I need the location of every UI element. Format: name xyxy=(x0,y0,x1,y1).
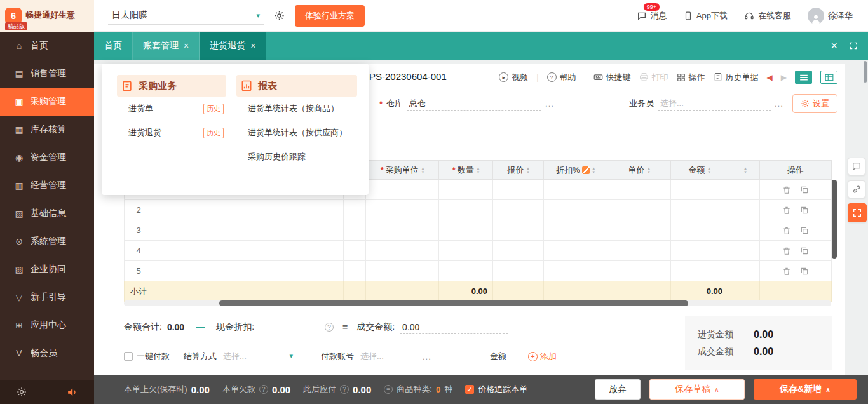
cell[interactable] xyxy=(439,220,493,241)
copy-row-icon[interactable] xyxy=(800,185,809,194)
shortcut-keys-button[interactable]: 快捷键 xyxy=(593,72,631,83)
messages-button[interactable]: 99+ 消息 xyxy=(637,10,667,22)
scrollbar-thumb[interactable] xyxy=(219,300,688,306)
sidebar-item-member[interactable]: V畅会员 xyxy=(0,339,94,367)
cell[interactable] xyxy=(493,241,544,261)
sidebar-item-base-info[interactable]: ▧基础信息 xyxy=(0,199,94,227)
link-button[interactable] xyxy=(848,180,865,198)
print-button[interactable]: 打印 xyxy=(639,72,668,83)
copy-row-icon[interactable] xyxy=(800,267,809,276)
cell[interactable] xyxy=(607,180,671,200)
cell[interactable] xyxy=(671,220,728,241)
account-settings-gear-icon[interactable] xyxy=(274,10,285,21)
cell[interactable] xyxy=(315,200,344,220)
cell[interactable] xyxy=(671,241,728,261)
price-track-toggle[interactable]: ✓ 价格追踪本单 xyxy=(465,384,527,395)
sidebar-item-app-center[interactable]: ⊞应用中心 xyxy=(0,311,94,339)
cell[interactable] xyxy=(544,261,607,281)
cell[interactable] xyxy=(315,241,344,261)
cell[interactable] xyxy=(344,261,366,281)
cell[interactable] xyxy=(607,220,671,241)
help-icon[interactable]: ? xyxy=(259,385,268,394)
cell[interactable] xyxy=(153,261,207,281)
video-help-button[interactable]: ▸视频 xyxy=(499,72,528,83)
table-view-toggle[interactable] xyxy=(820,71,837,84)
cell[interactable] xyxy=(493,180,544,200)
copy-row-icon[interactable] xyxy=(800,226,809,235)
cell[interactable] xyxy=(493,261,544,281)
cell[interactable] xyxy=(493,200,544,220)
cell[interactable] xyxy=(544,200,607,220)
cell[interactable] xyxy=(207,200,261,220)
online-service-button[interactable]: 在线客服 xyxy=(744,10,791,22)
tab-purchase-return[interactable]: 进货退货× xyxy=(200,32,266,60)
copy-row-icon[interactable] xyxy=(800,206,809,215)
help-icon[interactable]: ? xyxy=(340,385,349,394)
sort-icon[interactable]: ▴▾ xyxy=(477,166,480,174)
next-document-icon[interactable]: ▶ xyxy=(781,73,787,82)
col-header-unit-price[interactable]: 单价▴▾ xyxy=(607,161,671,180)
cash-discount-input[interactable] xyxy=(259,321,320,333)
payment-account-select[interactable]: 选择... xyxy=(358,349,419,363)
cell[interactable] xyxy=(366,261,439,281)
save-and-new-button[interactable]: 保存&新增∧ xyxy=(754,379,857,400)
sidebar-settings-gear-icon[interactable] xyxy=(17,387,27,397)
cell[interactable] xyxy=(439,180,493,200)
sort-icon[interactable]: ▴▾ xyxy=(422,166,424,174)
close-tab-icon[interactable]: × xyxy=(250,41,255,51)
fullscreen-icon[interactable] xyxy=(849,41,858,50)
cell[interactable] xyxy=(366,220,439,241)
delete-row-icon[interactable] xyxy=(782,246,791,255)
cell[interactable] xyxy=(261,200,315,220)
cell[interactable] xyxy=(607,241,671,261)
cell[interactable] xyxy=(207,241,261,261)
cell[interactable] xyxy=(153,241,207,261)
help-icon[interactable]: ? xyxy=(325,323,334,332)
col-header-discount[interactable]: 折扣%▴▾ xyxy=(544,161,607,180)
feedback-comment-button[interactable] xyxy=(848,158,865,175)
sidebar-item-inventory[interactable]: ▦库存核算 xyxy=(0,116,94,144)
cell[interactable] xyxy=(261,261,315,281)
announcement-speaker-icon[interactable] xyxy=(67,387,78,398)
settlement-method-select[interactable]: 选择...▾ xyxy=(220,349,295,363)
cell[interactable] xyxy=(544,180,607,200)
history-badge[interactable]: 历史 xyxy=(203,104,224,114)
cell[interactable] xyxy=(607,200,671,220)
history-documents-button[interactable]: 历史单据 xyxy=(714,72,759,83)
menu-item-price-history-track[interactable]: 采购历史价跟踪 xyxy=(236,145,357,169)
cell[interactable] xyxy=(207,261,261,281)
sort-icon[interactable]: ▴▾ xyxy=(708,166,710,174)
cell[interactable] xyxy=(366,241,439,261)
sidebar-item-sales[interactable]: ▤销售管理 xyxy=(0,60,94,88)
cell[interactable] xyxy=(671,180,728,200)
close-all-tabs-icon[interactable]: × xyxy=(831,39,837,53)
user-menu[interactable]: 徐泽华 xyxy=(808,8,853,24)
account-select[interactable]: 日太阳膜 ▾ xyxy=(108,6,264,25)
cell[interactable] xyxy=(207,220,261,241)
sort-icon[interactable]: ▴▾ xyxy=(744,166,747,174)
history-badge[interactable]: 历史 xyxy=(203,128,224,138)
expand-panel-button[interactable] xyxy=(848,203,867,222)
help-button[interactable]: ?帮助 xyxy=(547,72,576,83)
tab-home[interactable]: 首页 xyxy=(94,32,133,60)
sidebar-item-home[interactable]: ⌂首页 xyxy=(0,32,94,60)
cell[interactable] xyxy=(671,261,728,281)
cell[interactable] xyxy=(344,220,366,241)
col-header-amount[interactable]: 金额▴▾ xyxy=(671,161,728,180)
menu-item-purchase-return[interactable]: 进货退货 历史 xyxy=(117,121,226,145)
cell[interactable] xyxy=(607,261,671,281)
tab-account-management[interactable]: 账套管理× xyxy=(133,32,200,60)
cell[interactable] xyxy=(344,241,366,261)
delete-row-icon[interactable] xyxy=(782,267,791,276)
sidebar-item-guide[interactable]: ▽新手引导 xyxy=(0,283,94,311)
menu-item-report-by-product[interactable]: 进货单统计表（按商品） xyxy=(236,97,357,121)
cell[interactable] xyxy=(315,220,344,241)
cell[interactable] xyxy=(544,241,607,261)
sidebar-item-collaboration[interactable]: ▨企业协同 xyxy=(0,255,94,283)
page-vertical-scrollbar[interactable] xyxy=(864,61,867,83)
add-payment-button[interactable]: +添加 xyxy=(528,351,557,362)
table-vertical-scrollbar[interactable] xyxy=(831,180,837,280)
cell[interactable] xyxy=(728,220,760,241)
delete-row-icon[interactable] xyxy=(782,206,791,215)
abandon-button[interactable]: 放弃 xyxy=(595,379,641,400)
